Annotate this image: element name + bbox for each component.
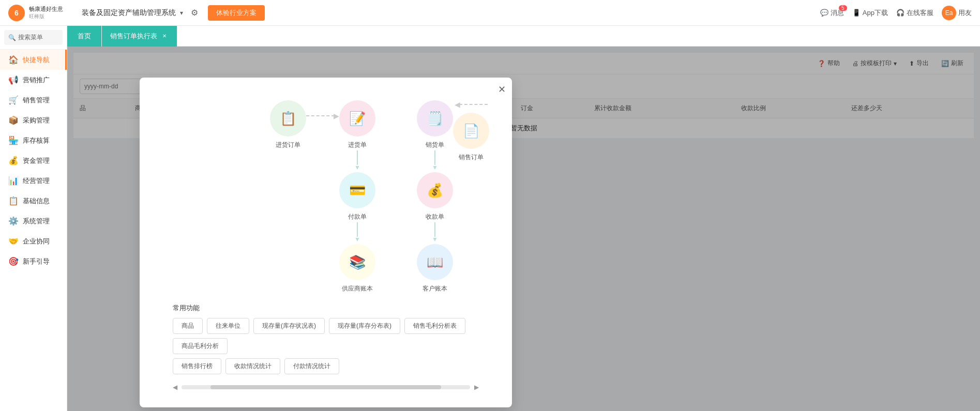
- tab-close-button[interactable]: ✕: [160, 32, 169, 40]
- arrow-h-left: ◀: [455, 100, 488, 109]
- func-btn-product[interactable]: 商品: [173, 318, 203, 334]
- common-functions-area: 常用功能 商品 往来单位 现存量(库存状况表) 现存量(库存分布表) 销售毛利分…: [152, 298, 500, 379]
- home-icon: 🏠: [8, 55, 19, 65]
- sidebar-item-quick[interactable]: 🏠 快捷导航: [0, 50, 67, 70]
- sidebar-item-label: 企业协同: [23, 237, 50, 246]
- func-btn-partner[interactable]: 往来单位: [207, 318, 249, 334]
- sidebar-item-system[interactable]: ⚙️ 系统管理: [0, 211, 67, 231]
- sales-order-label: 销售订单: [459, 153, 484, 162]
- page-content: ❓ 帮助 🖨 按模板打印 ▾ ⬆ 导出 🔄 刷新: [67, 47, 980, 411]
- payment-bill-circle: 💳: [339, 172, 375, 208]
- sidebar-item-marketing[interactable]: 📢 营销推广: [0, 70, 67, 90]
- search-menu-button[interactable]: 🔍 搜索菜单: [4, 30, 63, 45]
- modal-close-button[interactable]: ✕: [498, 84, 506, 95]
- arrow-v-3: ▼: [432, 150, 438, 171]
- purchase-order-circle: 📋: [270, 100, 306, 136]
- sales-order-circle: 📄: [453, 113, 489, 149]
- func-btn-sales-rank[interactable]: 销售排行榜: [173, 358, 221, 374]
- message-button[interactable]: 💬 消息 5: [820, 8, 844, 18]
- func-btn-receipt-stats[interactable]: 收款情况统计: [225, 358, 280, 374]
- receipt-bill-circle: 💰: [417, 172, 453, 208]
- purchase-bill-circle: 📝: [339, 100, 375, 136]
- online-service-button[interactable]: 🎧 在线客服: [896, 8, 933, 18]
- sidebar-item-basic[interactable]: 📋 基础信息: [0, 191, 67, 211]
- app-download-button[interactable]: 📱 App下载: [852, 8, 888, 18]
- modal-overlay[interactable]: ✕ 📋 进货订单: [67, 47, 980, 411]
- finance-icon: 💰: [8, 156, 19, 165]
- sidebar-item-purchase[interactable]: 📦 采购管理: [0, 110, 67, 130]
- arrow-v-4: ▼: [432, 222, 438, 243]
- newbie-icon: 🎯: [8, 256, 19, 266]
- sidebar-item-sales[interactable]: 🛒 销售管理: [0, 90, 67, 110]
- workflow-diagram: 📋 进货订单 ▶: [152, 90, 500, 298]
- sidebar-item-finance[interactable]: 💰 资金管理: [0, 150, 67, 171]
- wf-node-payment-bill: 💳 付款单: [339, 172, 375, 221]
- arrow-h-1: ▶: [306, 112, 339, 120]
- sidebar-item-label: 采购管理: [23, 116, 50, 125]
- tab-sales-order[interactable]: 销售订单执行表 ✕: [102, 26, 177, 47]
- purchase-icon: 📦: [8, 115, 19, 125]
- wf-node-purchase-bill: 📝 进货单: [339, 100, 375, 149]
- sidebar-item-newbie[interactable]: 🎯 新手引导: [0, 251, 67, 271]
- arrow-v-1: ▼: [354, 150, 360, 171]
- sidebar-item-collab[interactable]: 🤝 企业协同: [0, 231, 67, 251]
- func-btn-stock-status[interactable]: 现存量(库存状况表): [253, 318, 325, 334]
- logo-area: 6 畅康通好生意 旺棒版: [8, 5, 76, 21]
- supplier-account-circle: 📚: [339, 244, 375, 280]
- sidebar-item-inventory[interactable]: 🏪 库存核算: [0, 130, 67, 150]
- scroll-bar-area: ◀ ▶: [152, 379, 500, 395]
- func-buttons-row2: 销售排行榜 收款情况统计 付款情况统计: [173, 358, 479, 374]
- marketing-icon: 📢: [8, 75, 19, 85]
- wf-node-customer-account: 📖 客户账本: [417, 244, 453, 293]
- sidebar-item-label: 营销推广: [23, 75, 50, 85]
- business-icon: 📊: [8, 176, 19, 186]
- logo-icon: 6: [8, 5, 25, 21]
- func-btn-product-gross[interactable]: 商品毛利分析: [173, 338, 228, 354]
- scroll-right-button[interactable]: ▶: [474, 384, 479, 391]
- sidebar-item-business[interactable]: 📊 经营管理: [0, 171, 67, 191]
- logo-sub: 旺棒版: [29, 13, 63, 20]
- common-func-title: 常用功能: [173, 303, 479, 313]
- sales-bill-label: 销货单: [426, 141, 444, 149]
- func-btn-stock-dist[interactable]: 现存量(库存分布表): [329, 318, 400, 334]
- service-icon: 🎧: [896, 9, 904, 17]
- trial-button[interactable]: 体验行业方案: [208, 5, 265, 21]
- avatar: Ea: [942, 6, 956, 20]
- receipt-bill-label: 收款单: [426, 212, 444, 221]
- wf-col-2: 📝 进货单 ▼ 💳 付款单: [339, 100, 375, 293]
- system-icon: ⚙️: [8, 216, 19, 226]
- wf-col-4: ◀ 📄 销售订单: [453, 100, 489, 162]
- sidebar-item-label: 经营管理: [23, 176, 50, 186]
- payment-bill-label: 付款单: [348, 212, 367, 221]
- basic-icon: 📋: [8, 196, 19, 206]
- sidebar-item-label: 资金管理: [23, 156, 50, 165]
- wf-node-sales-order: 📄 销售订单: [453, 113, 489, 162]
- collab-icon: 🤝: [8, 236, 19, 246]
- sidebar-item-label: 基础信息: [23, 196, 50, 206]
- sidebar-item-label: 新手引导: [23, 257, 50, 266]
- supplier-account-label: 供应商账本: [342, 284, 373, 293]
- scroll-left-button[interactable]: ◀: [173, 384, 177, 391]
- settings-button[interactable]: ⚙: [187, 6, 202, 20]
- func-btn-payment-stats[interactable]: 付款情况统计: [284, 358, 339, 374]
- top-right-area: 💬 消息 5 📱 App下载 🎧 在线客服 Ea 用友: [820, 6, 972, 20]
- user-menu-button[interactable]: Ea 用友: [942, 6, 972, 20]
- sidebar-item-label: 系统管理: [23, 217, 50, 226]
- scroll-thumb: [210, 385, 441, 389]
- app-container: 6 畅康通好生意 旺棒版 装备及固定资产辅助管理系统 ▾ ⚙ 体验行业方案 💬 …: [0, 0, 980, 411]
- message-icon: 💬: [820, 9, 828, 17]
- main-area: 🔍 搜索菜单 🏠 快捷导航 📢 营销推广 🛒 销售管理 📦 采购管理: [0, 26, 980, 411]
- customer-account-circle: 📖: [417, 244, 453, 280]
- wf-node-purchase-order: 📋 进货订单: [270, 100, 306, 149]
- sales-bill-circle: 🗒️: [417, 100, 453, 136]
- tab-home[interactable]: 首页: [67, 26, 102, 47]
- system-dropdown-button[interactable]: ▾: [180, 9, 183, 17]
- scroll-track[interactable]: [182, 385, 470, 389]
- logo-text: 畅康通好生意: [29, 5, 63, 12]
- download-icon: 📱: [852, 9, 861, 17]
- system-name: 装备及固定资产辅助管理系统: [82, 8, 176, 18]
- content-area: 首页 销售订单执行表 ✕ ❓ 帮助 🖨 按模板打印: [67, 26, 980, 411]
- func-btn-sales-gross[interactable]: 销售毛利分析表: [404, 318, 465, 334]
- wf-node-sales-bill: 🗒️ 销货单: [417, 100, 453, 149]
- func-buttons-row1: 商品 往来单位 现存量(库存状况表) 现存量(库存分布表) 销售毛利分析表 商品…: [173, 318, 479, 354]
